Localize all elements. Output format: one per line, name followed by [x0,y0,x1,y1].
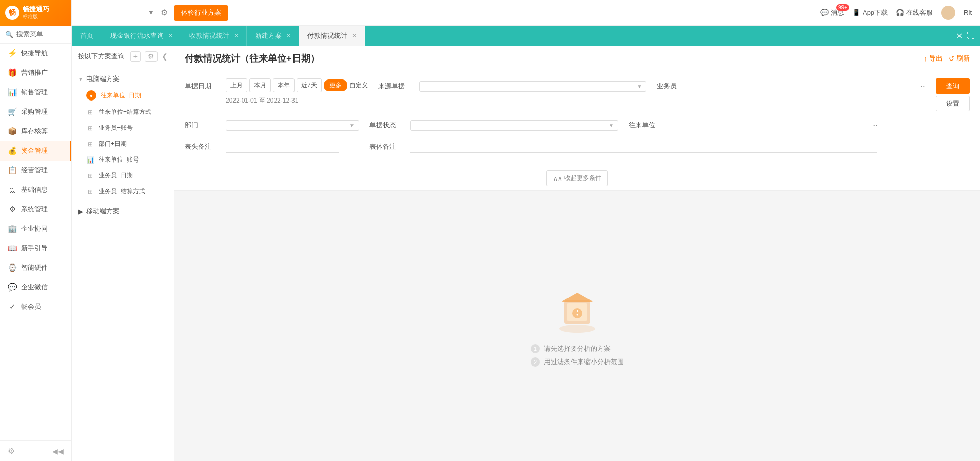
tab-bank-close[interactable]: × [169,32,172,39]
scheme-settings-icon[interactable]: ⚙ [145,51,158,62]
empty-illustration [552,285,603,338]
tab-new-scheme[interactable]: 新建方案 × [247,26,299,46]
date-custom-label[interactable]: 自定义 [349,81,368,90]
trial-button[interactable]: 体验行业方案 [174,5,228,21]
sidebar-item-basic[interactable]: 🗂 基础信息 [0,180,71,199]
tabs-actions: ✕ ⛶ [956,31,980,41]
scheme-item-unit-account[interactable]: 📊 往来单位+账号 [72,152,174,168]
date-this-year[interactable]: 本年 [273,78,295,92]
sidebar-item-system[interactable]: ⚙ 系统管理 [0,199,71,219]
date-range: 2022-01-01 至 2022-12-31 [226,96,368,105]
staff-label: 业务员 [657,78,698,94]
doc-status-select[interactable]: ▼ [410,120,618,131]
sidebar-item-marketing[interactable]: 🎁 营销推广 [0,63,71,83]
tab-collection[interactable]: 收款情况统计 × [181,26,247,46]
search-icon: 🔍 [5,31,13,38]
header-note-input[interactable] [226,141,339,153]
sidebar-item-inventory[interactable]: 📦 库存核算 [0,122,71,141]
header-dropdown-icon[interactable]: ▼ [148,9,154,16]
sidebar-nav: ⚡ 快捷导航 🎁 营销推广 📊 销售管理 🛒 采购管理 📦 库存核算 💰 资金管… [0,44,71,440]
online-service-button[interactable]: 🎧 在线客服 [896,8,933,17]
date-7days[interactable]: 近7天 [297,78,322,92]
tab-expand-icon[interactable]: ⛶ [967,31,975,41]
add-scheme-icon[interactable]: + [130,51,141,62]
svg-point-0 [559,325,595,333]
empty-state: 1 请先选择要分析的方案 2 用过滤条件来缩小分析范围 [174,191,980,461]
scheme-item-staff-date[interactable]: ⊞ 业务员+日期 [72,168,174,184]
left-panel-toolbar: + ⚙ [130,51,158,62]
mobile-scheme-section: ▶ 移动端方案 [72,204,174,219]
scheme-item-unit-payment[interactable]: ⊞ 往来单位+结算方式 [72,104,174,120]
query-button[interactable]: 查询 [936,78,970,94]
scheme-item-dept-date[interactable]: ⊞ 部门+日期 [72,136,174,152]
panel-collapse-icon[interactable]: ❮ [162,52,168,61]
unit-input[interactable]: ··· [670,119,877,131]
quick-nav-icon: ⚡ [8,49,17,58]
sidebar-item-sales[interactable]: 📊 销售管理 [0,83,71,102]
user-avatar [941,6,955,20]
sidebar-item-hardware[interactable]: ⌚ 智能硬件 [0,258,71,277]
scheme-item-unit-date[interactable]: ● 往来单位+日期 [72,87,174,104]
sidebar-item-purchase[interactable]: 🛒 采购管理 [0,102,71,122]
service-icon: 🎧 [896,9,904,16]
tab-bank-label: 现金银行流水查询 [110,31,164,41]
date-more-button[interactable]: 更多 [324,79,347,91]
top-header: —————————— ▼ ⚙ 体验行业方案 💬 消息 99+ 📱 App下载 🎧… [72,0,980,26]
tab-home[interactable]: 首页 [72,26,102,46]
sidebar-item-collab[interactable]: 🏢 企业协同 [0,219,71,238]
refresh-label: 刷新 [956,54,970,63]
sidebar-collapse-icon[interactable]: ◀◀ [52,447,64,455]
scheme-item-staff-account[interactable]: ⊞ 业务员+账号 [72,120,174,136]
empty-hint-2: 2 用过滤条件来缩小分析范围 [531,357,624,367]
scheme-item-label: 业务员+日期 [99,171,133,180]
export-button[interactable]: ↑ 导出 [924,54,943,63]
tab-new-scheme-close[interactable]: × [287,32,290,39]
tab-payment[interactable]: 付款情况统计 × [299,26,365,46]
tab-payment-close[interactable]: × [352,32,356,39]
staff-input[interactable]: ··· [698,81,926,92]
refresh-button[interactable]: ↺ 刷新 [949,54,970,63]
scheme-item-staff-payment[interactable]: ⊞ 业务员+结算方式 [72,184,174,199]
settings-button[interactable]: 设置 [936,96,970,111]
tab-bank[interactable]: 现金银行流水查询 × [102,26,181,46]
source-select[interactable]: ▼ [419,81,647,92]
basic-icon: 🗂 [8,185,17,194]
search-label: 搜索菜单 [16,30,43,39]
right-panel: 付款情况统计（往来单位+日期） ↑ 导出 ↺ 刷新 [174,46,980,461]
messages-button[interactable]: 💬 消息 99+ [820,8,844,17]
main-area: —————————— ▼ ⚙ 体验行业方案 💬 消息 99+ 📱 App下载 🎧… [72,0,980,461]
collab-icon: 🏢 [8,224,17,233]
dept-dropdown-icon: ▼ [349,123,355,128]
source-dropdown-icon: ▼ [637,84,642,89]
staff-payment-icon: ⊞ [86,188,94,196]
desktop-arrow-icon: ▼ [78,76,83,82]
sidebar-item-finance[interactable]: 💰 资金管理 [0,141,71,161]
sidebar-item-guide[interactable]: 📖 新手引导 [0,238,71,258]
tab-close-all-icon[interactable]: ✕ [956,31,963,41]
desktop-section-title[interactable]: ▼ 电脑端方案 [72,71,174,87]
sidebar-item-member[interactable]: ✓ 畅会员 [0,297,71,316]
app-download-button[interactable]: 📱 App下载 [852,8,888,17]
scheme-item-label: 往来单位+结算方式 [99,108,151,116]
sidebar-item-label: 新手引导 [21,244,48,253]
sidebar-item-operation[interactable]: 📋 经营管理 [0,161,71,180]
empty-hint-1: 1 请先选择要分析的方案 [531,344,624,353]
logo-name: 畅捷通巧 [23,5,49,13]
source-label: 来源单据 [378,78,419,94]
collapse-button[interactable]: ∧∧ 收起更多条件 [546,170,608,186]
header-settings-icon[interactable]: ⚙ [161,8,168,17]
tab-collection-close[interactable]: × [234,32,238,39]
sidebar-item-label: 营销推广 [21,68,48,77]
sidebar-item-quick-nav[interactable]: ⚡ 快捷导航 [0,44,71,63]
dept-select[interactable]: ▼ [226,120,359,131]
body-note-input[interactable] [410,141,877,153]
logo-sub: 标准版 [23,13,49,21]
sidebar-settings-icon[interactable]: ⚙ [8,446,15,456]
sidebar-item-wechat[interactable]: 💬 企业微信 [0,277,71,297]
sidebar-search[interactable]: 🔍 搜索菜单 [0,26,71,44]
mobile-section-title[interactable]: ▶ 移动端方案 [78,207,168,216]
date-last-month[interactable]: 上月 [226,78,247,92]
date-this-month[interactable]: 本月 [249,78,271,92]
header-note-label: 表头备注 [185,139,226,154]
tab-new-scheme-label: 新建方案 [255,31,282,41]
